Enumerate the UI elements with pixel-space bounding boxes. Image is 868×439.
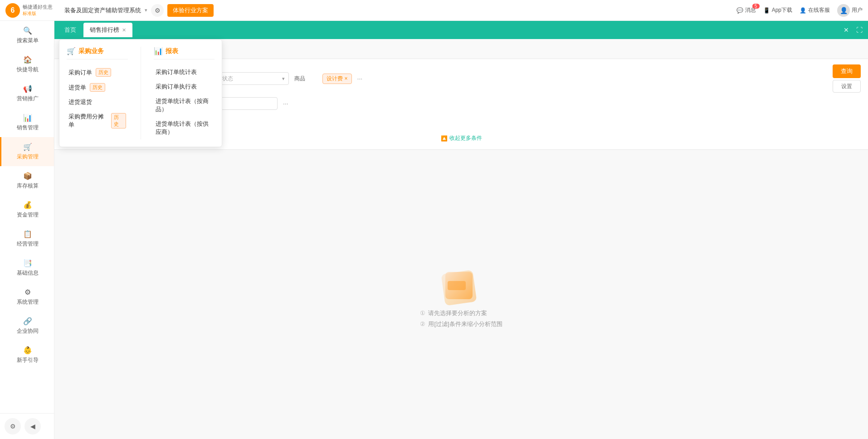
empty-state: 请先选择要分析的方案 用[过滤]条件来缩小分析范围: [420, 258, 502, 331]
chart-icon: 📊: [23, 113, 32, 122]
gear-button[interactable]: ⚙: [151, 4, 164, 17]
messages-button[interactable]: 💬 消息 5: [736, 6, 756, 14]
industry-button[interactable]: 体验行业方案: [167, 4, 214, 17]
purchase-dropdown-popup: 🛒 采购业务 采购订单 历史 进货单 历史 进货退货 采购费用分摊单 历史 📊 …: [59, 39, 222, 147]
messages-badge: 5: [752, 4, 760, 9]
sys-title-area: 装备及固定资产辅助管理系统 ▾ ⚙ 体验行业方案: [64, 4, 732, 17]
user-button[interactable]: 👤 用户: [837, 4, 863, 17]
dropdown-item-inbound-product-label: 进货单统计表（按商品）: [156, 97, 213, 113]
tab-fullscreen-icon[interactable]: ⛶: [854, 25, 864, 35]
sidebar-item-inventory[interactable]: 📦 库存核算: [0, 166, 54, 195]
sidebar-label-system: 系统管理: [17, 298, 39, 306]
sidebar-item-newbie[interactable]: 👶 新手引导: [0, 340, 54, 370]
tab-actions: ✕ ⛶: [842, 25, 864, 35]
link-icon: 🔗: [23, 317, 32, 326]
product-tag-close-icon[interactable]: ×: [345, 75, 348, 82]
dropdown-item-order-stats[interactable]: 采购订单统计表: [154, 65, 215, 79]
purchase-section-label: 采购业务: [78, 47, 104, 55]
tab-home-label: 首页: [64, 26, 76, 34]
user-label: 用户: [852, 6, 863, 14]
report-section-label: 报表: [166, 47, 178, 55]
tab-sales-ranking[interactable]: 销售排行榜 ✕: [83, 23, 132, 37]
top-header: 6 畅捷通好生意 标准版 装备及固定资产辅助管理系统 ▾ ⚙ 体验行业方案 💬 …: [0, 0, 868, 21]
empty-hint-1: 请先选择要分析的方案: [420, 309, 502, 317]
purchase-section: 🛒 采购业务 采购订单 历史 进货单 历史 进货退货 采购费用分摊单 历史: [67, 47, 128, 139]
product-tag-text: 设计费: [327, 75, 343, 83]
doc-icon: 📑: [23, 259, 32, 267]
avatar: 👤: [837, 4, 850, 17]
gear-icon: ⚙: [155, 7, 161, 14]
logo-icon: 6: [5, 3, 20, 18]
main-content: 请先选择要分析的方案 用[过滤]条件来缩小分析范围: [54, 150, 868, 439]
dropdown-item-inbound-return[interactable]: 进货退货: [67, 95, 128, 109]
logo-badge: 标准版: [23, 10, 53, 17]
dropdown-item-inbound-product[interactable]: 进货单统计表（按商品）: [154, 94, 215, 117]
sidebar-collapse-button[interactable]: ◀: [24, 418, 41, 434]
search-icon: 🔍: [23, 26, 32, 35]
product-tag[interactable]: 设计费 ×: [322, 74, 352, 84]
history-badge-3[interactable]: 历史: [111, 113, 126, 128]
query-button[interactable]: 查询: [833, 64, 861, 78]
collapse-button[interactable]: 🔼 收起更多条件: [441, 134, 482, 142]
online-service-label: 在线客服: [808, 6, 830, 14]
dropdown-item-purchase-order[interactable]: 采购订单 历史: [67, 65, 128, 80]
tab-sales-ranking-label: 销售排行榜: [90, 26, 119, 34]
empty-hint-2: 用[过滤]条件来缩小分析范围: [420, 320, 502, 328]
online-service-button[interactable]: 👤 在线客服: [800, 6, 830, 14]
dropdown-item-inbound-supplier[interactable]: 进货单统计表（按供应商）: [154, 117, 215, 139]
dropdown-item-expense-label: 采购费用分摊单: [68, 113, 107, 129]
sidebar-item-system[interactable]: ⚙ 系统管理: [0, 282, 54, 311]
sidebar-label-finance: 资金管理: [17, 211, 39, 219]
megaphone-icon: 📢: [23, 84, 32, 93]
sidebar-item-marketing[interactable]: 📢 营销推广: [0, 79, 54, 108]
settings-button[interactable]: 设置: [833, 80, 861, 93]
report-section-title: 📊 报表: [154, 47, 215, 59]
dropdown-item-inbound-label: 进货单: [68, 84, 86, 92]
tab-home[interactable]: 首页: [58, 23, 83, 37]
clipboard-icon: 📋: [23, 230, 32, 238]
tab-close-window-icon[interactable]: ✕: [842, 25, 851, 35]
sidebar-item-sales[interactable]: 📊 销售管理: [0, 108, 54, 137]
dropdown-item-purchase-order-label: 采购订单: [68, 69, 92, 77]
app-download-label: App下载: [772, 6, 792, 14]
sidebar-label-purchase: 采购管理: [17, 153, 39, 161]
logo-area: 6 畅捷通好生意 标准版: [5, 3, 60, 18]
header-right: 💬 消息 5 📱 App下载 👤 在线客服 👤 用户: [736, 4, 863, 17]
history-badge-0[interactable]: 历史: [96, 68, 111, 77]
app-download-button[interactable]: 📱 App下载: [763, 6, 792, 14]
sidebar-label-quick-nav: 快捷导航: [17, 66, 39, 74]
product-label: 商品: [294, 75, 317, 83]
sidebar-item-enterprise[interactable]: 🔗 企业协同: [0, 311, 54, 340]
box-icon: 📦: [23, 172, 32, 180]
divider: [141, 47, 141, 139]
purchase-section-title: 🛒 采购业务: [67, 47, 128, 59]
history-badge-1[interactable]: 历史: [90, 83, 105, 92]
sidebar-item-operations[interactable]: 📋 经营管理: [0, 224, 54, 253]
sidebar-item-quick-nav[interactable]: 🏠 快捷导航: [0, 50, 54, 79]
sidebar-settings-button[interactable]: ⚙: [5, 418, 21, 434]
dropdown-arrow-icon[interactable]: ▾: [145, 7, 147, 13]
sidebar-label-enterprise: 企业协同: [17, 327, 39, 335]
service-icon: 👤: [800, 7, 806, 14]
tab-close-icon[interactable]: ✕: [122, 27, 126, 33]
dropdown-item-inbound[interactable]: 进货单 历史: [67, 80, 128, 95]
sidebar-item-purchase[interactable]: 🛒 采购管理: [0, 137, 54, 166]
salesperson-more-icon[interactable]: ···: [283, 100, 288, 107]
sidebar-item-search[interactable]: 🔍 搜索菜单: [0, 21, 54, 50]
sidebar-bottom: ⚙ ◀: [0, 413, 54, 439]
sidebar-label-sales: 销售管理: [17, 124, 39, 132]
sidebar-item-basic-info[interactable]: 📑 基础信息: [0, 253, 54, 282]
dropdown-item-order-exec-label: 采购订单执行表: [156, 83, 197, 91]
empty-hints: 请先选择要分析的方案 用[过滤]条件来缩小分析范围: [420, 309, 502, 331]
report-section: 📊 报表 采购订单统计表 采购订单执行表 进货单统计表（按商品） 进货单统计表（…: [154, 47, 215, 139]
avatar-icon: 👤: [840, 7, 848, 14]
home-icon: 🏠: [23, 55, 32, 64]
settings-icon: ⚙: [24, 288, 31, 296]
dropdown-item-order-exec[interactable]: 采购订单执行表: [154, 79, 215, 94]
product-more-icon[interactable]: ···: [357, 75, 363, 82]
sidebar-label-marketing: 营销推广: [17, 95, 39, 103]
message-icon: 💬: [736, 7, 743, 14]
sidebar-item-finance[interactable]: 💰 资金管理: [0, 195, 54, 224]
cart-icon: 🛒: [23, 143, 32, 151]
dropdown-item-expense[interactable]: 采购费用分摊单 历史: [67, 109, 128, 132]
